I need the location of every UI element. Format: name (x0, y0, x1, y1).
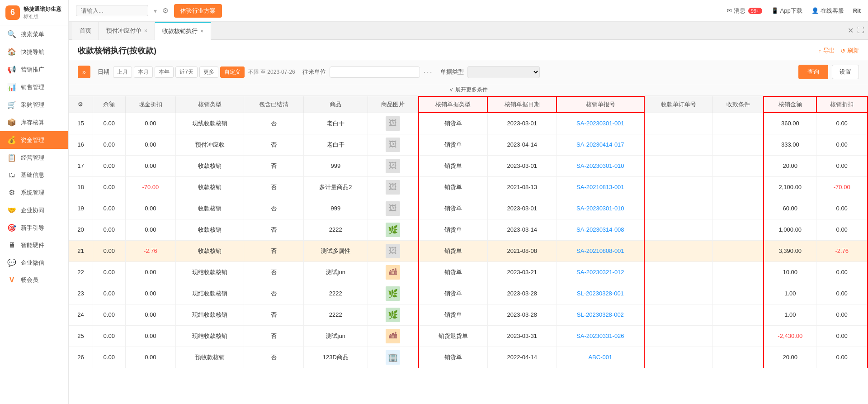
cell-receipt-condition (713, 283, 764, 304)
cell-cash-discount: 0.00 (125, 325, 175, 347)
topbar-trial-btn[interactable]: 体验行业方案 (174, 4, 222, 18)
sidebar-item-basic[interactable]: 🗂 基础信息 (0, 166, 68, 184)
cell-balance: 0.00 (93, 176, 125, 198)
filter-date-lastmonth[interactable]: 上月 (113, 67, 132, 78)
cell-writeoff-type: 现结收款核销 (176, 304, 244, 325)
topbar-appdownload-btn[interactable]: 📱 App下载 (771, 7, 802, 15)
cell-receipt-order-no (644, 325, 713, 347)
filter-date-thisyear[interactable]: 本年 (155, 67, 174, 78)
cell-goods: 测试jun (303, 325, 368, 347)
sidebar-item-system[interactable]: ⚙ 系统管理 (0, 184, 68, 201)
cell-receipt-bill-no[interactable]: SA-20230314-008 (557, 219, 644, 240)
sidebar-item-marketing[interactable]: 📢 营销推广 (0, 61, 68, 78)
topbar-message-btn[interactable]: ✉ 消息 99+ (727, 7, 762, 15)
sidebar-item-inventory[interactable]: 📦 库存核算 (0, 114, 68, 131)
cell-writeoff-discount: 0.00 (816, 134, 868, 155)
filter-settings-btn[interactable]: 设置 (832, 65, 859, 79)
tab-home[interactable]: 首页 (72, 22, 99, 40)
expand-more-row: ∨ 展开更多条件 (69, 84, 868, 96)
topbar-user-btn[interactable]: Rit (853, 7, 861, 14)
cell-receipt-bill-no[interactable]: SA-20230301-010 (557, 198, 644, 219)
table-row: 26 0.00 0.00 预收款核销 否 123D商品 🏢 销货单 2022-0… (69, 347, 868, 368)
table-container[interactable]: ⚙ 余额 现金折扣 核销类型 包含已结清 商品 商品图片 核销单据类型 核销单据… (69, 96, 868, 368)
cell-writeoff-amount: 10.00 (764, 261, 816, 283)
tab-close-all-icon[interactable]: ✕ (848, 26, 854, 35)
col-header-gear[interactable]: ⚙ (69, 96, 93, 113)
topbar-dropdown-icon[interactable]: ▾ (154, 7, 157, 14)
filter-date-thismonth[interactable]: 本月 (134, 67, 153, 78)
tab-writeoff[interactable]: 收款核销执行 × (155, 22, 211, 40)
tab-prepay-close[interactable]: × (144, 28, 147, 34)
cell-id: 22 (69, 261, 93, 283)
cell-receipt-bill-no[interactable]: ABC-001 (557, 347, 644, 368)
filter-action-btns: 查询 设置 (798, 65, 859, 79)
filter-type-select[interactable] (467, 66, 540, 78)
cell-receipt-bill-date: 2023-03-28 (487, 283, 557, 304)
cell-writeoff-discount: 0.00 (816, 155, 868, 176)
sidebar-item-collab[interactable]: 🤝 企业协同 (0, 201, 68, 219)
sidebar-item-finance[interactable]: 💰 资金管理 (0, 131, 68, 149)
filter-counterpart-input[interactable] (330, 67, 420, 78)
cell-writeoff-discount: -70.00 (816, 176, 868, 198)
filter-query-btn[interactable]: 查询 (798, 65, 828, 79)
cell-balance: 0.00 (93, 283, 125, 304)
filter-date-custom[interactable]: 自定义 (220, 67, 245, 78)
tab-prepay[interactable]: 预付冲应付单 × (99, 22, 155, 40)
cell-writeoff-amount: 360.00 (764, 113, 816, 134)
tab-writeoff-close[interactable]: × (200, 28, 203, 34)
filter-date-more[interactable]: 更多 (199, 67, 218, 78)
member-icon: V (7, 276, 16, 284)
basic-icon: 🗂 (7, 171, 16, 179)
sidebar-item-search[interactable]: 🔍 搜索菜单 (0, 25, 68, 43)
finance-icon: 💰 (7, 136, 16, 144)
sidebar-item-member[interactable]: V 畅会员 (0, 271, 68, 289)
cell-writeoff-type: 收款核销 (176, 176, 244, 198)
refresh-btn[interactable]: ↺ 刷新 (840, 47, 859, 55)
export-btn[interactable]: ↑ 导出 (819, 47, 835, 55)
filter-expand-btn[interactable]: » (78, 66, 90, 78)
col-header-goods-img: 商品图片 (368, 96, 418, 113)
sidebar-item-hardware[interactable]: 🖥 智能硬件 (0, 237, 68, 254)
sidebar-item-wechat[interactable]: 💬 企业微信 (0, 254, 68, 271)
cell-receipt-bill-no[interactable]: SA-20230301-010 (557, 155, 644, 176)
cell-receipt-condition (713, 325, 764, 347)
sidebar-item-operation[interactable]: 📋 经营管理 (0, 149, 68, 166)
page-title: 收款核销执行(按收款) (78, 45, 156, 56)
cell-receipt-bill-no[interactable]: SL-20230328-002 (557, 304, 644, 325)
sidebar-item-purchase[interactable]: 🛒 采购管理 (0, 96, 68, 114)
filter-date-group: 日期 上月 本月 本年 近7天 更多 自定义 不限 至 2023-07-26 (98, 67, 295, 78)
topbar-search-input[interactable] (76, 5, 148, 16)
filter-bar: » 日期 上月 本月 本年 近7天 更多 自定义 不限 至 2023-07-26… (69, 60, 868, 84)
cell-receipt-bill-no[interactable]: SA-20210813-001 (557, 176, 644, 198)
cell-balance: 0.00 (93, 347, 125, 368)
cell-writeoff-amount: 20.00 (764, 347, 816, 368)
cell-receipt-bill-date: 2023-03-01 (487, 155, 557, 176)
cell-goods-img: 🏙 (368, 325, 418, 347)
cell-receipt-bill-no[interactable]: SA-20210808-001 (557, 240, 644, 261)
cell-goods: 999 (303, 198, 368, 219)
cell-writeoff-type: 现结收款核销 (176, 325, 244, 347)
cell-writeoff-discount: 0.00 (816, 304, 868, 325)
cell-id: 17 (69, 155, 93, 176)
search-icon: 🔍 (7, 30, 16, 38)
cell-receipt-bill-date: 2021-08-08 (487, 240, 557, 261)
cell-receipt-bill-no[interactable]: SA-20230321-012 (557, 261, 644, 283)
topbar-settings-icon[interactable]: ⚙ (162, 6, 169, 15)
cell-include-settled: 否 (244, 134, 303, 155)
cell-writeoff-type: 现线收款核销 (176, 113, 244, 134)
cell-receipt-bill-no[interactable]: SA-20230301-001 (557, 113, 644, 134)
cell-receipt-bill-date: 2023-03-21 (487, 261, 557, 283)
cell-receipt-bill-date: 2023-03-28 (487, 304, 557, 325)
filter-date-7days[interactable]: 近7天 (175, 67, 198, 78)
expand-more-btn[interactable]: ∨ 展开更多条件 (449, 86, 487, 93)
cell-cash-discount: -70.00 (125, 176, 175, 198)
tab-expand-icon[interactable]: ⛶ (857, 26, 864, 35)
topbar-service-btn[interactable]: 👤 在线客服 (811, 7, 844, 15)
sidebar-item-guide[interactable]: 🎯 新手引导 (0, 219, 68, 237)
sidebar-item-quicknav[interactable]: 🏠 快捷导航 (0, 43, 68, 61)
cell-receipt-bill-no[interactable]: SA-20230331-026 (557, 325, 644, 347)
sidebar-item-sales[interactable]: 📊 销售管理 (0, 78, 68, 96)
cell-receipt-bill-no[interactable]: SL-20230328-001 (557, 283, 644, 304)
cell-receipt-bill-no[interactable]: SA-20230414-017 (557, 134, 644, 155)
cell-receipt-order-no (644, 219, 713, 240)
